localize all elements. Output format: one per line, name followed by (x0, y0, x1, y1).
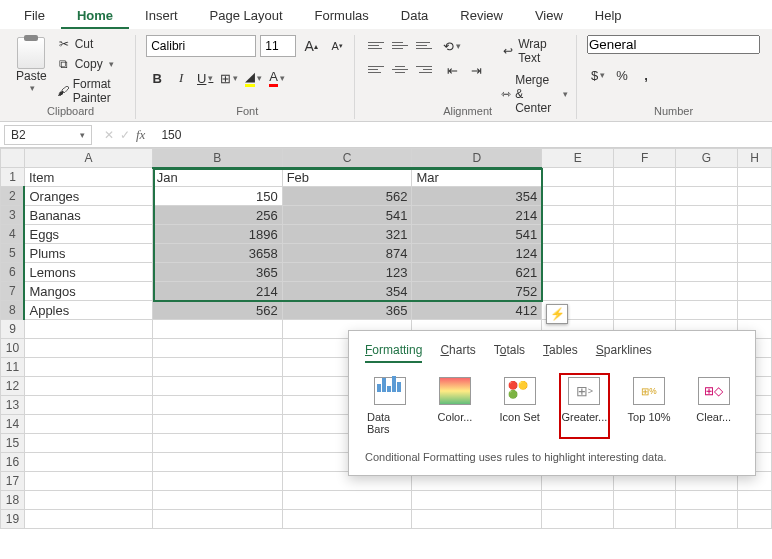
qa-clear[interactable]: ⊞◇Clear... (688, 373, 739, 439)
tab-sparklines[interactable]: Sparklines (596, 343, 652, 363)
menu-data[interactable]: Data (385, 4, 444, 29)
column-header-H[interactable]: H (737, 149, 771, 168)
cell-B18[interactable] (152, 491, 282, 510)
row-header-16[interactable]: 16 (1, 453, 25, 472)
cell-C3[interactable]: 541 (282, 206, 412, 225)
cell-G4[interactable] (676, 225, 738, 244)
cell-A7[interactable]: Mangos (24, 282, 152, 301)
comma-button[interactable]: , (635, 64, 657, 86)
cell-F7[interactable] (614, 282, 676, 301)
cell-B7[interactable]: 214 (152, 282, 282, 301)
font-name-input[interactable] (146, 35, 256, 57)
cell-G1[interactable] (676, 168, 738, 187)
cell-B10[interactable] (152, 339, 282, 358)
cell-E4[interactable] (542, 225, 614, 244)
cell-B1[interactable]: Jan (152, 168, 282, 187)
cell-B4[interactable]: 1896 (152, 225, 282, 244)
quick-analysis-button[interactable]: ⚡ (546, 304, 568, 324)
cell-A9[interactable] (24, 320, 152, 339)
select-all-corner[interactable] (1, 149, 25, 168)
cell-D19[interactable] (412, 510, 542, 529)
cell-G6[interactable] (676, 263, 738, 282)
cell-B2[interactable]: 150 (152, 187, 282, 206)
cell-A19[interactable] (24, 510, 152, 529)
cut-button[interactable]: ✂Cut (55, 35, 130, 53)
cell-F4[interactable] (614, 225, 676, 244)
borders-button[interactable]: ⊞▾ (218, 67, 240, 89)
cell-A16[interactable] (24, 453, 152, 472)
cell-C18[interactable] (282, 491, 412, 510)
cell-E5[interactable] (542, 244, 614, 263)
tab-charts[interactable]: Charts (440, 343, 475, 363)
column-header-D[interactable]: D (412, 149, 542, 168)
cell-D8[interactable]: 412 (412, 301, 542, 320)
cell-A3[interactable]: Bananas (24, 206, 152, 225)
row-header-6[interactable]: 6 (1, 263, 25, 282)
formula-input[interactable]: 150 (153, 126, 772, 144)
tab-tables[interactable]: Tables (543, 343, 578, 363)
cell-E3[interactable] (542, 206, 614, 225)
cell-B8[interactable]: 562 (152, 301, 282, 320)
cell-H8[interactable] (737, 301, 771, 320)
increase-font-button[interactable]: A▴ (300, 35, 322, 57)
cell-A4[interactable]: Eggs (24, 225, 152, 244)
font-size-input[interactable] (260, 35, 296, 57)
cell-H2[interactable] (737, 187, 771, 206)
cell-C2[interactable]: 562 (282, 187, 412, 206)
qa-greater-than[interactable]: ⊞>Greater... (559, 373, 610, 439)
enter-icon[interactable]: ✓ (120, 128, 130, 142)
cell-B19[interactable] (152, 510, 282, 529)
cell-G8[interactable] (676, 301, 738, 320)
italic-button[interactable]: I (170, 67, 192, 89)
cell-H5[interactable] (737, 244, 771, 263)
cell-D3[interactable]: 214 (412, 206, 542, 225)
cell-B17[interactable] (152, 472, 282, 491)
column-header-F[interactable]: F (614, 149, 676, 168)
row-header-18[interactable]: 18 (1, 491, 25, 510)
cell-F19[interactable] (614, 510, 676, 529)
qa-color-scale[interactable]: Color... (430, 373, 481, 439)
cell-G19[interactable] (676, 510, 738, 529)
fill-color-button[interactable]: ◢▾ (242, 67, 264, 89)
cell-A18[interactable] (24, 491, 152, 510)
cell-A12[interactable] (24, 377, 152, 396)
align-bottom-button[interactable] (413, 35, 435, 55)
cell-H7[interactable] (737, 282, 771, 301)
cell-B5[interactable]: 3658 (152, 244, 282, 263)
bold-button[interactable]: B (146, 67, 168, 89)
tab-formatting[interactable]: Formatting (365, 343, 422, 363)
align-right-button[interactable] (413, 59, 435, 79)
cell-B6[interactable]: 365 (152, 263, 282, 282)
wrap-text-button[interactable]: ↩Wrap Text (499, 35, 570, 67)
cell-C4[interactable]: 321 (282, 225, 412, 244)
cell-F6[interactable] (614, 263, 676, 282)
row-header-5[interactable]: 5 (1, 244, 25, 263)
cell-E6[interactable] (542, 263, 614, 282)
cell-B16[interactable] (152, 453, 282, 472)
menu-formulas[interactable]: Formulas (299, 4, 385, 29)
cell-F3[interactable] (614, 206, 676, 225)
decrease-font-button[interactable]: A▾ (326, 35, 348, 57)
row-header-8[interactable]: 8 (1, 301, 25, 320)
cancel-icon[interactable]: ✕ (104, 128, 114, 142)
cell-D1[interactable]: Mar (412, 168, 542, 187)
cell-D7[interactable]: 752 (412, 282, 542, 301)
qa-top-10[interactable]: ⊞%Top 10% (624, 373, 675, 439)
row-header-7[interactable]: 7 (1, 282, 25, 301)
cell-G7[interactable] (676, 282, 738, 301)
cell-H19[interactable] (737, 510, 771, 529)
cell-B13[interactable] (152, 396, 282, 415)
number-format-select[interactable] (587, 35, 760, 54)
cell-E18[interactable] (542, 491, 614, 510)
tab-totals[interactable]: Totals (494, 343, 525, 363)
row-header-10[interactable]: 10 (1, 339, 25, 358)
cell-A2[interactable]: Oranges (24, 187, 152, 206)
name-box[interactable]: B2▾ (4, 125, 92, 145)
row-header-17[interactable]: 17 (1, 472, 25, 491)
row-header-13[interactable]: 13 (1, 396, 25, 415)
cell-B12[interactable] (152, 377, 282, 396)
align-center-button[interactable] (389, 59, 411, 79)
cell-H6[interactable] (737, 263, 771, 282)
cell-A1[interactable]: Item (24, 168, 152, 187)
cell-H3[interactable] (737, 206, 771, 225)
